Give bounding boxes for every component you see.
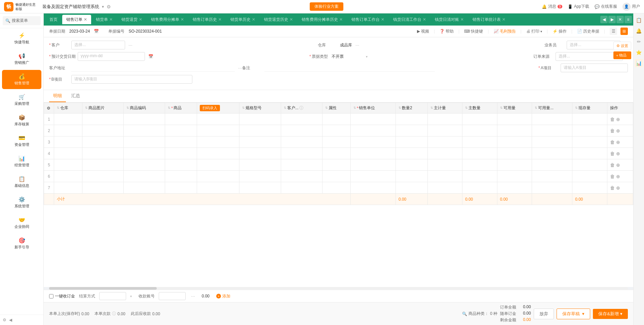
available-sort-icon[interactable]: ⇅	[500, 107, 503, 110]
row-2-sales-unit[interactable]	[350, 125, 395, 136]
remark-input[interactable]	[264, 64, 435, 72]
row-4-attribute[interactable]	[322, 148, 350, 159]
row-7-customer-ref[interactable]	[281, 182, 322, 194]
row-2-available-dots[interactable]	[532, 125, 572, 136]
row-2-available[interactable]	[497, 125, 532, 136]
row-3-copy-btn[interactable]: ⊕	[616, 139, 620, 145]
tab-sales-return[interactable]: 销货单 ✕	[92, 15, 117, 24]
row-7-delete-btn[interactable]: 🗑	[610, 185, 615, 191]
row-4-current-stock[interactable]	[572, 148, 607, 159]
row-2-copy-btn[interactable]: ⊕	[616, 128, 620, 133]
calendar-field-icon[interactable]: 📅	[148, 54, 153, 59]
row-2-warehouse[interactable]	[54, 125, 82, 136]
row-1-available[interactable]	[497, 114, 532, 125]
tab-home[interactable]: 首页	[45, 15, 62, 24]
online-service-btn[interactable]: 💬 在线客服	[595, 4, 617, 9]
row-6-spec[interactable]	[239, 171, 281, 182]
row-2-qty2[interactable]	[395, 125, 427, 136]
row-5-main-unit[interactable]	[427, 159, 462, 171]
row-4-copy-btn[interactable]: ⊕	[616, 151, 620, 156]
tab-close-order-history[interactable]: ✕	[218, 17, 222, 22]
row-6-product-image[interactable]	[82, 171, 123, 182]
sidebar-item-finance[interactable]: 💳 资金管理	[2, 131, 41, 151]
tab-summary[interactable]: 汇总	[67, 90, 84, 102]
row-6-product-code[interactable]	[124, 171, 165, 182]
row-7-attribute[interactable]	[322, 182, 350, 194]
gear-icon[interactable]: ⚙	[47, 106, 50, 111]
sidebar-item-purchase[interactable]: 🛒 采购管理	[2, 90, 41, 110]
tab-close-expense-history[interactable]: ✕	[339, 17, 343, 22]
row-5-current-stock[interactable]	[572, 159, 607, 171]
row-1-attribute[interactable]	[322, 114, 350, 125]
sidebar-collapse-icon[interactable]: ◀	[9, 318, 12, 322]
row-1-warehouse[interactable]	[54, 114, 82, 125]
tab-expense-history[interactable]: 销售费用分摊单历史 ✕	[298, 15, 347, 24]
row-2-product-image[interactable]	[82, 125, 123, 136]
add-item-btn[interactable]: + 物品	[613, 51, 631, 59]
row-5-attribute[interactable]	[322, 159, 350, 171]
attr-sort-icon[interactable]: ⇅	[325, 107, 328, 110]
row-5-product-image[interactable]	[82, 159, 123, 171]
tab-order-history[interactable]: 销售订单历史 ✕	[189, 15, 226, 24]
row-3-qty2[interactable]	[395, 136, 427, 148]
row-1-available-dots[interactable]	[532, 114, 572, 125]
system-title-dropdown-icon[interactable]: ▾	[102, 4, 104, 9]
staff-input[interactable]: 选择...	[567, 41, 620, 49]
search-menu-btn[interactable]: 🔍 搜索菜单	[3, 16, 41, 25]
invoice-type-dropdown-icon[interactable]: ▾	[366, 55, 368, 58]
row-6-product[interactable]	[165, 171, 197, 182]
row-5-copy-btn[interactable]: ⊕	[616, 162, 620, 168]
spec-sort-icon[interactable]: ⇅	[242, 107, 245, 110]
operations-btn[interactable]: ⚡ 操作	[553, 29, 567, 34]
available-dots-sort-icon[interactable]: ⇅	[535, 107, 537, 110]
save-draft-dropdown-icon[interactable]: ▾	[582, 311, 584, 316]
row-7-available[interactable]	[497, 182, 532, 194]
row-7-warehouse[interactable]	[54, 182, 82, 194]
row-6-main-qty[interactable]	[462, 171, 497, 182]
print-btn[interactable]: 🖨 打印 ▾	[526, 29, 542, 34]
row-7-product-image[interactable]	[82, 182, 123, 194]
notification-btn[interactable]: 🔔 消息 9	[542, 4, 562, 9]
add-payment-btn[interactable]: + 添加	[216, 293, 230, 299]
sidebar-item-enterprise[interactable]: 🤝 企业协同	[2, 213, 41, 233]
tab-close-return-history[interactable]: ✕	[252, 17, 255, 22]
row-1-delete-btn[interactable]: 🗑	[610, 117, 615, 122]
one-click-checkbox[interactable]	[49, 294, 53, 298]
tab-prev-btn[interactable]: ◀	[600, 16, 608, 23]
this-credit-info-icon[interactable]: ⓘ	[112, 311, 116, 317]
row-4-main-unit[interactable]	[427, 148, 462, 159]
sidebar-item-marketing[interactable]: 📢 营销推广	[2, 49, 41, 69]
view-btn[interactable]: ▶ 视频	[417, 29, 429, 34]
help-btn[interactable]: ❓ 帮助	[440, 29, 454, 34]
row-4-warehouse[interactable]	[54, 148, 82, 159]
row-2-product-code[interactable]	[124, 125, 165, 136]
rs-notification-icon[interactable]: 🔔	[635, 27, 643, 35]
discard-btn[interactable]: 放弃	[534, 309, 554, 319]
shortcut-btn[interactable]: ⌨ 快捷键	[464, 29, 483, 34]
row-6-delete-btn[interactable]: 🗑	[610, 174, 615, 179]
row-3-spec[interactable]	[239, 136, 281, 148]
row-1-spec[interactable]	[239, 114, 281, 125]
row-6-copy-btn[interactable]: ⊕	[616, 174, 620, 179]
warehouse-more-btn[interactable]: ···	[355, 42, 359, 48]
save-new-btn[interactable]: 保存&新增 ▾	[593, 309, 628, 319]
row-2-main-unit[interactable]	[427, 125, 462, 136]
row-1-sales-unit[interactable]	[350, 114, 395, 125]
row-5-main-qty[interactable]	[462, 159, 497, 171]
a-project-input[interactable]: 请输入A项目	[561, 64, 628, 72]
sidebar-item-sales[interactable]: 💰 销售管理	[2, 70, 41, 89]
row-2-main-qty[interactable]	[462, 125, 497, 136]
tab-menu-btn[interactable]: ≡	[624, 16, 632, 23]
row-7-sales-unit[interactable]	[350, 182, 395, 194]
order-source-input[interactable]: 选择...	[556, 52, 623, 61]
customer-more-btn[interactable]: ···	[128, 42, 132, 48]
tab-close-order-stats[interactable]: ✕	[502, 17, 505, 22]
row-2-customer-ref[interactable]	[281, 125, 322, 136]
row-6-qty2[interactable]	[395, 171, 427, 182]
profit-forecast-btn[interactable]: 📈 毛利预告	[494, 29, 516, 34]
row-4-main-qty[interactable]	[462, 148, 497, 159]
user-menu[interactable]: 👤 用户	[622, 3, 640, 11]
row-5-customer-ref[interactable]	[281, 159, 322, 171]
row-5-spec[interactable]	[239, 159, 281, 171]
rs-clipboard-icon[interactable]: 📋	[635, 16, 643, 24]
